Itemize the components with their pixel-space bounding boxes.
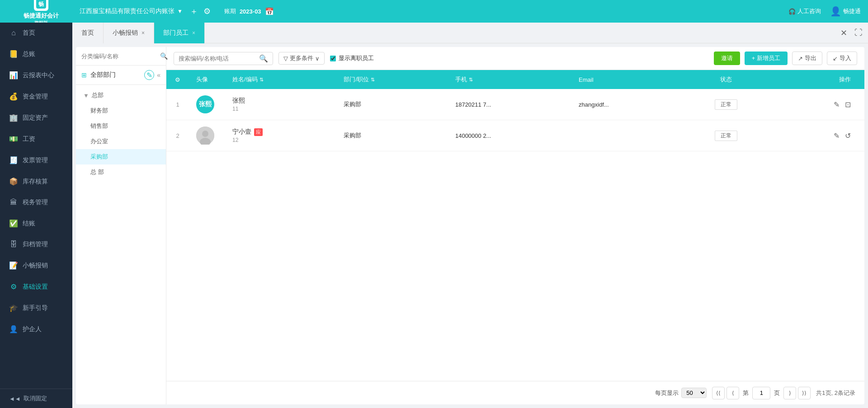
reports-icon: 📊	[9, 71, 18, 80]
refresh-icon-2[interactable]: ↺	[845, 131, 851, 140]
tab-expense-close[interactable]: ×	[142, 30, 145, 36]
edit-icon-1[interactable]: ✎	[834, 100, 840, 109]
table-toolbar: 🔍 ▽ 更多条件 ∨ 显示离职员工 邀请 + 新增员工	[166, 47, 864, 70]
page-prefix: 第	[743, 389, 749, 397]
sidebar-label-ledger: 总账	[23, 50, 35, 58]
employee-search-input[interactable]	[179, 55, 256, 62]
table-body: 1 张熙 张熙 11 采购部	[166, 89, 864, 151]
sidebar-item-home[interactable]: ⌂ 首页	[0, 23, 72, 43]
show-resigned-checkbox[interactable]	[330, 56, 336, 61]
next-page-button[interactable]: ⟩	[783, 387, 796, 399]
table-row: 1 张熙 张熙 11 采购部	[166, 89, 864, 120]
tab-department[interactable]: 部门员工 ×	[154, 23, 205, 43]
dept-root-label: 总部	[92, 91, 104, 99]
period-label: 账期	[224, 7, 236, 15]
app-title: 畅捷通好会计	[24, 12, 59, 20]
page-size-dropdown[interactable]: 50 10 20 100	[681, 388, 707, 398]
sidebar-label-funds: 资金管理	[23, 93, 48, 101]
company-dropdown-icon[interactable]: ▼	[177, 8, 183, 14]
user-area[interactable]: 👤 畅捷通	[830, 6, 861, 17]
filter-button[interactable]: ▽ 更多条件 ∨	[278, 52, 325, 65]
sidebar-item-closing[interactable]: ✅ 结账	[0, 213, 72, 234]
dept-item-general[interactable]: 总 部	[76, 164, 166, 180]
page-number-input[interactable]	[752, 387, 770, 399]
col-mobile[interactable]: 手机⇅	[448, 70, 571, 89]
invite-button[interactable]: 邀请	[714, 52, 740, 65]
prev-page-button[interactable]: ⟨	[726, 387, 739, 399]
col-email: Email	[571, 70, 680, 89]
name-badge-2: 宁小壹 应	[232, 128, 329, 136]
top-header: 畅 畅捷通好会计 旗舰版 江西服宝精品有限责任公司内账张 ▼ ＋ ⚙ 账期 20…	[0, 0, 868, 23]
sidebar-label-guide: 新手引导	[23, 304, 48, 312]
tab-department-close[interactable]: ×	[192, 30, 195, 36]
sidebar-label-archive: 归档管理	[23, 240, 48, 249]
dept-item-office[interactable]: 办公室	[76, 134, 166, 149]
col-name-code[interactable]: 姓名/编码⇅	[225, 70, 336, 89]
dept-item-sales[interactable]: 销售部	[76, 118, 166, 134]
tab-department-label: 部门员工	[163, 29, 189, 37]
sidebar-item-more[interactable]: 👤 护企人	[0, 319, 72, 340]
sidebar-item-funds[interactable]: 💰 资金管理	[0, 86, 72, 107]
dept-collapse-icon[interactable]: «	[157, 71, 160, 79]
status-badge-2: 正常	[715, 131, 737, 141]
emp-badge-2: 应	[254, 128, 263, 136]
maximize-window-icon[interactable]: ⛶	[854, 28, 863, 38]
dept-search: 🔍	[76, 47, 166, 66]
sidebar-item-expense[interactable]: 📝 小畅报销	[0, 255, 72, 276]
dept-header: ⊞ 全部部门 ✎ «	[76, 66, 166, 85]
sidebar-item-settings[interactable]: ⚙ 基础设置	[0, 276, 72, 297]
edit-icon-2[interactable]: ✎	[834, 131, 840, 140]
sidebar-item-invoice[interactable]: 🧾 发票管理	[0, 150, 72, 171]
first-page-button[interactable]: ⟨⟨	[712, 387, 725, 399]
add-employee-button[interactable]: + 新增员工	[745, 52, 788, 65]
dept-item-purchase[interactable]: 采购部	[76, 149, 166, 164]
sidebar: ⌂ 首页 📒 总账 📊 云报表中心 💰 资金管理 🏢 固定资产 💵 工资 🧾 发…	[0, 23, 72, 408]
dept-search-input[interactable]	[81, 53, 157, 60]
logo-icon: 畅	[34, 0, 48, 11]
sidebar-item-reports[interactable]: 📊 云报表中心	[0, 65, 72, 86]
tab-home-label: 首页	[81, 29, 94, 37]
home-icon: ⌂	[9, 29, 18, 37]
last-page-button[interactable]: ⟩⟩	[798, 387, 811, 399]
import-button[interactable]: ↙ 导入	[827, 52, 857, 65]
col-status: 状态	[680, 70, 771, 89]
sidebar-item-guide[interactable]: 🎓 新手引导	[0, 297, 72, 319]
inventory-icon: 📦	[9, 177, 18, 186]
dept-tree: ▼ 总部 财务部 销售部 办公室 采购部 总 部	[76, 85, 166, 404]
tab-expense[interactable]: 小畅报销 ×	[104, 23, 154, 43]
settings-button[interactable]: ⚙	[203, 6, 211, 16]
employee-search-icon[interactable]: 🔍	[259, 54, 268, 63]
sidebar-item-ledger[interactable]: 📒 总账	[0, 43, 72, 65]
row-2-name-code: 宁小壹 应 12	[225, 120, 336, 151]
dept-item-finance[interactable]: 财务部	[76, 103, 166, 118]
page-nav: ⟨⟨ ⟨ 第 页 ⟩ ⟩⟩	[712, 387, 811, 399]
col-settings[interactable]: ⚙	[166, 70, 189, 89]
sidebar-label-assets: 固定资产	[23, 114, 48, 122]
sidebar-item-inventory[interactable]: 📦 库存核算	[0, 171, 72, 192]
sidebar-item-salary[interactable]: 💵 工资	[0, 128, 72, 150]
add-button[interactable]: ＋	[190, 6, 198, 17]
cancel-pin-button[interactable]: ◄◄ 取消固定	[0, 389, 72, 408]
export-button[interactable]: ↗ 导出	[792, 52, 822, 65]
sidebar-label-reports: 云报表中心	[23, 71, 54, 80]
dept-edit-icon[interactable]: ✎	[144, 70, 154, 80]
tab-home[interactable]: 首页	[72, 23, 104, 43]
content-area: 首页 小畅报销 × 部门员工 × ✕ ⛶ 🔍	[72, 23, 868, 408]
sidebar-item-archive[interactable]: 🗄 归档管理	[0, 234, 72, 255]
calendar-icon[interactable]: 📅	[265, 7, 274, 16]
ai-service-button[interactable]: 🎧 人工咨询	[788, 7, 821, 15]
svg-text:畅: 畅	[38, 1, 44, 7]
employee-table: ⚙ 头像 姓名/编码⇅ 部门/职位⇅ 手机⇅	[166, 70, 864, 151]
import-label: 导入	[840, 54, 851, 62]
logout-icon-1[interactable]: ⊡	[845, 100, 851, 109]
sidebar-item-tax[interactable]: 🏛 税务管理	[0, 192, 72, 213]
tax-icon: 🏛	[9, 198, 18, 206]
filter-icon: ▽	[283, 55, 288, 62]
col-dept[interactable]: 部门/职位⇅	[336, 70, 448, 89]
close-window-icon[interactable]: ✕	[840, 28, 847, 38]
pin-icon: ◄◄	[9, 395, 21, 402]
company-selector[interactable]: 江西服宝精品有限责任公司内账张 ▼	[80, 7, 183, 15]
company-name: 江西服宝精品有限责任公司内账张	[80, 7, 175, 15]
table-area: 🔍 ▽ 更多条件 ∨ 显示离职员工 邀请 + 新增员工	[166, 47, 864, 404]
sidebar-item-assets[interactable]: 🏢 固定资产	[0, 107, 72, 128]
